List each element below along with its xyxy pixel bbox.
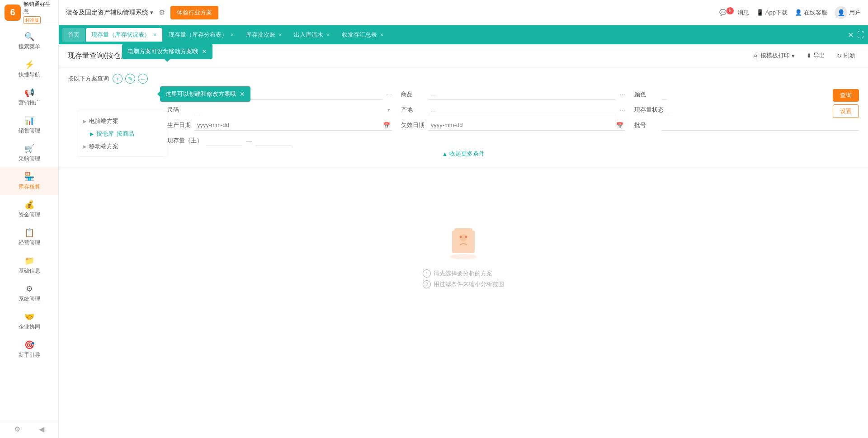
arrow-icon: ▶: [83, 118, 86, 124]
tab-batch-account[interactable]: 库存批次账 ✕: [241, 28, 288, 42]
collapse-sidebar-btn[interactable]: ◀: [39, 425, 44, 433]
stock-qty-max-input[interactable]: [255, 135, 292, 146]
filter-row-goods: 商品 ⋯: [401, 89, 626, 100]
user-label: 用户: [849, 9, 861, 17]
tab-close-icon[interactable]: ✕: [278, 32, 282, 38]
message-icon: 💬: [719, 9, 726, 16]
page-actions: 🖨 按模板打印 ▾ ⬇ 导出 ↻ 刷新: [749, 50, 859, 61]
close-all-tabs-btn[interactable]: ✕: [848, 31, 854, 39]
tab-inout-flow[interactable]: 出入库流水 ✕: [288, 28, 335, 42]
tab-inventory-dist[interactable]: 现存量（库存分布表） ✕: [163, 28, 240, 42]
export-button[interactable]: ⬇ 导出: [803, 50, 829, 61]
sidebar-item-marketing[interactable]: 📢 营销推广: [0, 83, 58, 111]
sidebar-item-collab[interactable]: 🤝 企业协同: [0, 307, 58, 335]
sidebar-item-sales[interactable]: 📊 销售管理: [0, 111, 58, 139]
filter-row-stock-qty: 现存量（主） —: [167, 135, 392, 146]
add-scheme-btn[interactable]: +: [113, 74, 123, 84]
sidebar-item-guide[interactable]: 🎯 新手引导: [0, 335, 58, 363]
tab-close-icon[interactable]: ✕: [153, 32, 157, 38]
scheme-mobile[interactable]: ▶ 移动端方案: [77, 140, 167, 153]
batch-input[interactable]: [661, 120, 859, 131]
collab-icon: 🤝: [24, 312, 34, 322]
sidebar: 6 畅销通好生意 标准版 🔍 搜索菜单 ⚡ 快捷导航 📢 营销推广 📊 销售管理…: [0, 0, 59, 438]
message-btn[interactable]: 💬 6 消息: [719, 9, 749, 17]
tooltip-text: 电脑方案可设为移动方案哦: [127, 47, 198, 56]
tooltip-close-btn[interactable]: ✕: [240, 90, 245, 98]
tab-home[interactable]: 首页: [62, 28, 85, 42]
produce-date-input[interactable]: [194, 120, 392, 131]
sidebar-item-inventory[interactable]: 🏪 库存核算: [0, 167, 58, 195]
tab-summary[interactable]: 收发存汇总表 ✕: [336, 28, 389, 42]
back-btn[interactable]: ←: [138, 74, 148, 84]
online-service-btn[interactable]: 👤 在线客服: [795, 9, 827, 17]
stock-qty-label: 现存量（主）: [167, 137, 203, 145]
query-button[interactable]: 查询: [833, 89, 859, 102]
industry-plan-button[interactable]: 体验行业方案: [170, 6, 218, 19]
export-label: 导出: [813, 52, 825, 60]
scheme-mobile-label: 移动端方案: [89, 142, 118, 151]
sidebar-item-label: 新手引导: [19, 351, 40, 359]
expire-date-label: 失效日期: [401, 121, 425, 129]
sidebar-item-finance[interactable]: 💰 资金管理: [0, 195, 58, 223]
color-label: 颜色: [634, 90, 658, 99]
range-separator: —: [246, 137, 252, 144]
tab-close-icon[interactable]: ✕: [230, 32, 234, 38]
refresh-button[interactable]: ↻ 刷新: [833, 50, 859, 61]
logo-name: 畅销通好生意: [24, 1, 54, 15]
arrow-icon: ▶: [83, 144, 86, 150]
origin-more-icon[interactable]: ⋯: [619, 107, 625, 113]
system-selector[interactable]: 装备及固定资产辅助管理系统 ▾: [66, 9, 153, 17]
purchase-icon: 🛒: [24, 144, 34, 154]
sidebar-item-operations[interactable]: 📋 经营管理: [0, 223, 58, 251]
expire-date-input[interactable]: [428, 120, 626, 131]
scheme-pc[interactable]: ▶ 电脑端方案: [77, 115, 167, 127]
warehouse-more-icon[interactable]: ⋯: [386, 91, 392, 98]
sidebar-item-search[interactable]: 🔍 搜索菜单: [0, 27, 58, 55]
tab-inventory-status[interactable]: 现存量（库存状况表） ✕: [86, 28, 162, 42]
tooltip-text: 这里可以创建和修改方案哦: [165, 90, 236, 98]
collapse-row[interactable]: ▲ 收起更多条件: [68, 146, 859, 161]
marketing-icon: 📢: [24, 88, 34, 98]
origin-label: 产地: [401, 106, 425, 114]
user-area[interactable]: 👤 用户: [835, 6, 861, 19]
guide-icon: 🎯: [24, 340, 34, 350]
sidebar-item-system[interactable]: ⚙ 系统管理: [0, 279, 58, 307]
sidebar-bottom: ⚙ ◀: [0, 420, 58, 438]
settings-bottom-btn[interactable]: ⚙: [14, 425, 20, 433]
topbar-right: 💬 6 消息 📱 App下载 👤 在线客服 👤 用户: [719, 6, 861, 19]
app-download-btn[interactable]: 📱 App下载: [756, 9, 788, 17]
edit-scheme-btn[interactable]: ✎: [125, 74, 135, 84]
sidebar-item-basic-info[interactable]: 📁 基础信息: [0, 251, 58, 279]
filter-row-size: 尺码: [167, 104, 392, 115]
sidebar-item-label: 系统管理: [19, 295, 40, 303]
filter-row-produce-date: 生产日期 📅: [167, 120, 392, 131]
maximize-btn[interactable]: ⛶: [857, 31, 864, 39]
sidebar-item-label: 经营管理: [19, 239, 40, 247]
topbar-settings-icon[interactable]: ⚙: [159, 8, 165, 17]
stock-qty-min-input[interactable]: [206, 135, 242, 146]
finance-icon: 💰: [24, 200, 34, 210]
tab-close-icon[interactable]: ✕: [380, 32, 384, 38]
scheme-pc-sub[interactable]: ▶ 按仓库 按商品: [77, 127, 167, 140]
scheme-tree: ▶ 电脑端方案 ▶ 按仓库 按商品 ▶ 移动端方案: [77, 111, 167, 157]
logo-icon: 6: [5, 5, 21, 21]
goods-more-icon[interactable]: ⋯: [619, 91, 625, 98]
filter-row-origin: 产地 ⋯: [401, 104, 626, 115]
search-icon: 🔍: [24, 32, 34, 42]
goods-input[interactable]: [428, 89, 616, 100]
sidebar-nav: 🔍 搜索菜单 ⚡ 快捷导航 📢 营销推广 📊 销售管理 🛒 采购管理 🏪 库存核…: [0, 25, 58, 420]
sidebar-item-quicknav[interactable]: ⚡ 快捷导航: [0, 55, 58, 83]
scheme-sub-label: 按仓库: [96, 130, 114, 138]
message-badge: 6: [726, 7, 734, 14]
tooltip-close-btn[interactable]: ✕: [202, 48, 207, 55]
sidebar-item-purchase[interactable]: 🛒 采购管理: [0, 139, 58, 167]
stock-status-select[interactable]: [667, 104, 673, 115]
message-label: 消息: [737, 9, 749, 17]
origin-input[interactable]: [428, 104, 616, 115]
color-select[interactable]: [661, 89, 667, 100]
size-select[interactable]: [194, 104, 200, 115]
tab-label: 现存量（库存状况表）: [91, 31, 150, 39]
print-button[interactable]: 🖨 按模板打印 ▾: [749, 50, 798, 61]
tab-close-icon[interactable]: ✕: [326, 32, 330, 38]
settings-button[interactable]: 设置: [833, 104, 859, 118]
